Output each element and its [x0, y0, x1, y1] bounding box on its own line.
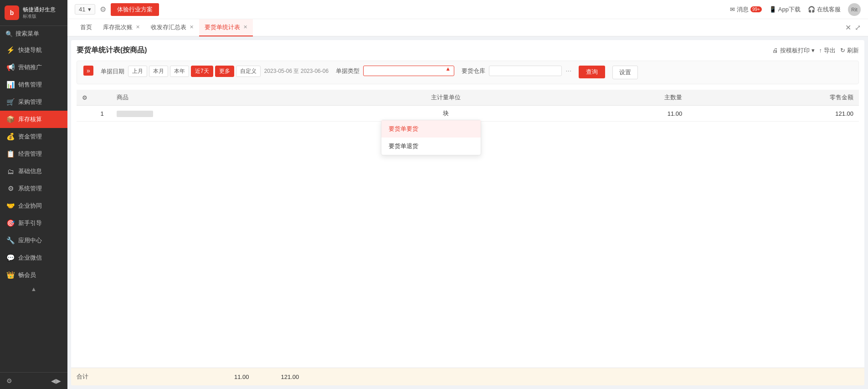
tab-label-inventory-batch: 库存批次账: [103, 23, 133, 31]
warehouse-filter-label: 要货仓库: [462, 67, 485, 75]
date-btn-custom[interactable]: 自定义: [236, 66, 261, 77]
settings-icon[interactable]: ⚙: [6, 377, 12, 384]
date-range-text: 2023-05-06 至 2023-06-06: [264, 67, 329, 75]
sidebar-header: b 畅捷通好生意 标准版: [0, 0, 67, 26]
avatar[interactable]: Rit: [848, 3, 861, 16]
settings-button[interactable]: 设置: [612, 66, 638, 79]
page-content: 要货单统计表(按商品) 🖨 按模板打印 ▾ ↑ 导出 ↻ 刷新 »: [71, 40, 864, 385]
nav-icon-member: 👑: [6, 271, 15, 279]
tab-close-inventory-batch[interactable]: ✕: [136, 24, 140, 30]
tabs-right: ✕ ⤢: [845, 23, 861, 32]
table-footer: 合计 11.00 121.00: [71, 368, 864, 385]
tab-home[interactable]: 首页: [75, 19, 98, 36]
sidebar-item-marketing[interactable]: 📢 营销推广: [0, 59, 67, 76]
date-btn-7days[interactable]: 近7天: [191, 66, 213, 77]
td-settings: [77, 106, 93, 122]
nav-label-sales: 销售管理: [18, 81, 42, 89]
nav-icon-quick-nav: ⚡: [6, 46, 15, 54]
sidebar-item-sales[interactable]: 📊 销售管理: [0, 76, 67, 93]
sidebar-item-finance[interactable]: 💰 资金管理: [0, 128, 67, 145]
dropdown-item-order-return[interactable]: 要货单退货: [381, 138, 481, 155]
column-settings-icon[interactable]: ⚙: [82, 94, 87, 101]
nav-icon-app-center: 🔧: [6, 236, 15, 245]
gear-icon[interactable]: ⚙: [100, 5, 106, 14]
sidebar-item-purchase[interactable]: 🛒 采购管理: [0, 93, 67, 111]
app-title: 畅捷通好生意 标准版: [23, 6, 56, 20]
th-unit: 主计量单位: [345, 90, 546, 106]
tabs-bar: 首页库存批次账 ✕收发存汇总表 ✕要货单统计表 ✕ ✕ ⤢: [67, 19, 868, 36]
filter-bar: » 单据日期 上月 本月 本年 近7天 更多 自定义 2023-05-06 至 …: [77, 61, 859, 84]
product-redacted: [117, 111, 153, 117]
tab-inventory-batch[interactable]: 库存批次账 ✕: [98, 19, 145, 36]
sidebar-nav: ⚡ 快捷导航📢 营销推广📊 销售管理🛒 采购管理📦 库存核算💰 资金管理📋 经营…: [0, 41, 67, 284]
sidebar-item-member[interactable]: 👑 畅会员: [0, 266, 67, 284]
query-button[interactable]: 查询: [579, 66, 605, 78]
date-btn-this-year[interactable]: 本年: [170, 66, 189, 77]
export-icon: ↑: [819, 47, 822, 54]
refresh-icon: ↻: [840, 47, 845, 54]
sidebar-item-basic[interactable]: 🗂 基础信息: [0, 163, 67, 180]
messages-button[interactable]: ✉ 消息 99+: [730, 5, 762, 14]
nav-label-guide: 新手引导: [18, 219, 42, 227]
app-logo: b: [5, 5, 19, 20]
online-service-button[interactable]: 🎧 在线客服: [808, 5, 841, 14]
filter-expand-button[interactable]: »: [83, 66, 93, 76]
search-menu[interactable]: 🔍 搜索菜单: [0, 26, 67, 41]
td-quantity: 11.00: [546, 106, 688, 122]
industry-button[interactable]: 体验行业方案: [111, 3, 159, 16]
warehouse-filter-input[interactable]: [489, 66, 562, 76]
page-title-row: 要货单统计表(按商品) 🖨 按模板打印 ▾ ↑ 导出 ↻ 刷新: [77, 46, 859, 55]
td-index: 1: [93, 106, 111, 122]
print-template-button[interactable]: 🖨 按模板打印 ▾: [772, 46, 815, 55]
th-quantity: 主数量: [546, 90, 688, 106]
print-icon: 🖨: [772, 47, 778, 54]
nav-icon-finance: 💰: [6, 133, 15, 141]
sidebar-item-guide[interactable]: 🎯 新手引导: [0, 215, 67, 232]
refresh-button[interactable]: ↻ 刷新: [840, 46, 859, 55]
nav-icon-guide: 🎯: [6, 219, 15, 227]
date-btn-this-month[interactable]: 本月: [149, 66, 168, 77]
tab-close-receipt-summary[interactable]: ✕: [190, 24, 194, 30]
sidebar-item-quick-nav[interactable]: ⚡ 快捷导航: [0, 41, 67, 59]
tab-close-order-summary[interactable]: ✕: [243, 24, 247, 30]
filter-more-options-icon[interactable]: ···: [565, 67, 571, 75]
messages-badge: 99+: [750, 6, 762, 12]
sidebar-item-system[interactable]: ⚙ 系统管理: [0, 180, 67, 197]
account-selector[interactable]: 41 ▾: [75, 4, 95, 15]
close-tab-button[interactable]: ✕: [845, 23, 851, 32]
date-btn-last-month[interactable]: 上月: [128, 66, 147, 77]
tab-label-receipt-summary: 收发存汇总表: [151, 23, 186, 31]
tab-order-summary[interactable]: 要货单统计表 ✕: [199, 19, 253, 36]
sidebar-item-app-center[interactable]: 🔧 应用中心: [0, 232, 67, 249]
nav-icon-weixin: 💬: [6, 254, 15, 262]
account-number: 41: [79, 6, 85, 13]
tab-label-home: 首页: [80, 23, 92, 31]
nav-icon-enterprise: 🤝: [6, 202, 15, 210]
footer-amount: 121.00: [281, 374, 299, 380]
page-title: 要货单统计表(按商品): [77, 46, 147, 55]
type-filter-input[interactable]: [363, 66, 454, 76]
collapse-icon[interactable]: ◀▶: [51, 377, 61, 384]
sidebar-scroll-up[interactable]: ▲: [0, 284, 67, 293]
td-amount: 121.00: [688, 106, 859, 122]
maximize-tab-button[interactable]: ⤢: [855, 23, 861, 32]
header-right: ✉ 消息 99+ 📱 App下载 🎧 在线客服 Rit: [730, 3, 861, 16]
date-filter-label: 单据日期: [101, 67, 124, 76]
sidebar-item-enterprise[interactable]: 🤝 企业协同: [0, 197, 67, 215]
nav-icon-operation: 📋: [6, 150, 15, 158]
nav-icon-inventory: 📦: [6, 115, 15, 123]
export-button[interactable]: ↑ 导出: [819, 46, 836, 55]
sidebar-item-inventory[interactable]: 📦 库存核算: [0, 111, 67, 128]
sidebar-item-operation[interactable]: 📋 经营管理: [0, 145, 67, 163]
app-download-button[interactable]: 📱 App下载: [769, 5, 801, 14]
sidebar-item-weixin[interactable]: 💬 企业微信: [0, 249, 67, 266]
header-left: 41 ▾ ⚙ 体验行业方案: [75, 3, 159, 16]
tab-receipt-summary[interactable]: 收发存汇总表 ✕: [145, 19, 199, 36]
chevron-down-icon: ▾: [88, 6, 91, 13]
footer-label: 合计: [77, 373, 88, 381]
dropdown-item-order-goods[interactable]: 要货单要货: [381, 120, 481, 138]
date-filter-buttons: 上月 本月 本年 近7天 更多 自定义: [128, 66, 261, 77]
date-btn-more[interactable]: 更多: [215, 66, 234, 77]
tabs-container: 首页库存批次账 ✕收发存汇总表 ✕要货单统计表 ✕: [75, 19, 845, 36]
nav-label-finance: 资金管理: [18, 133, 42, 141]
